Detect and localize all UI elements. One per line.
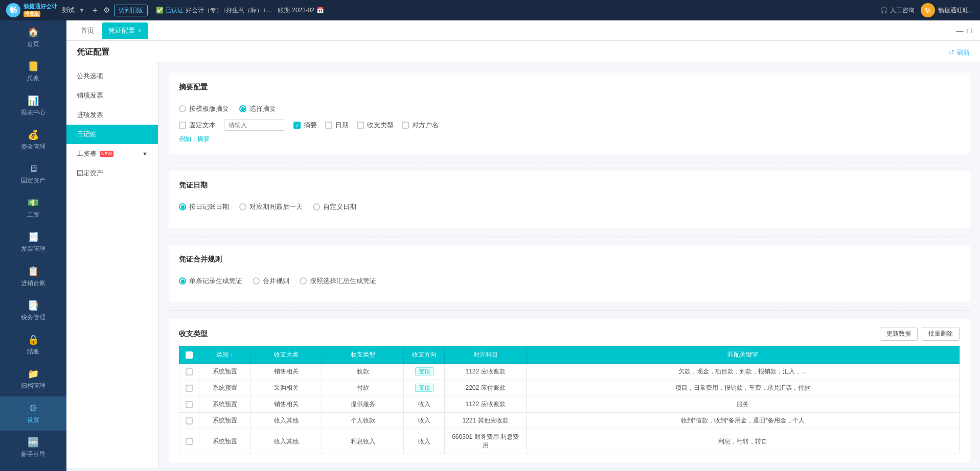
tab-voucher-config[interactable]: 凭证配置 × — [102, 22, 148, 39]
invoice-icon: 🧾 — [28, 231, 39, 243]
page-title: 凭证配置 — [77, 47, 109, 58]
add-button[interactable]: ＋ — [91, 5, 99, 16]
radio-select[interactable]: 选择摘要 — [239, 104, 276, 113]
tab-close-icon[interactable]: × — [138, 27, 142, 34]
radio-template-circle — [179, 105, 186, 112]
batch-delete-button[interactable]: 批量删除 — [922, 327, 960, 341]
row-keywords-1: 欠款，现金，项目款，到款，报销款，汇入，… — [527, 364, 960, 380]
radio-custom-date[interactable]: 自定义日期 — [313, 202, 356, 211]
direction-tag-2[interactable]: 置顶 — [415, 384, 434, 392]
sidebar-item-purchase[interactable]: 📋 进销台账 — [0, 260, 66, 294]
tab-maximize-button[interactable]: □ — [968, 27, 972, 35]
checkbox-fixed-text[interactable]: 固定文本 — [179, 121, 216, 130]
checkbox-fixed-text-box — [179, 122, 186, 129]
row-direction-1: 置顶 — [404, 364, 445, 380]
content-area: 公共选项 销项发票 进项发票 日记账 工资表 NEW ▼ 固定资产 — [66, 62, 980, 468]
tab-minimize-button[interactable]: — — [956, 27, 964, 35]
left-menu-purchase-invoice[interactable]: 进项发票 — [66, 105, 158, 125]
sidebar-item-report[interactable]: 📊 报表中心 — [0, 89, 66, 123]
sidebar-item-asset[interactable]: 🖥 固定资产 — [0, 157, 66, 191]
radio-single[interactable]: 单条记录生成凭证 — [179, 276, 242, 286]
left-menu-diary[interactable]: 日记账 — [66, 125, 158, 144]
row-check-2[interactable] — [179, 380, 199, 396]
checkbox-party[interactable]: 对方户名 — [402, 121, 439, 130]
row-checkbox-2[interactable] — [186, 385, 193, 392]
sidebar-item-salary[interactable]: 💵 工资 — [0, 191, 66, 225]
sidebar-item-close[interactable]: 🔒 结账 — [0, 328, 66, 362]
report-icon: 📊 — [28, 95, 39, 106]
radio-select-total[interactable]: 按照选择汇总生成凭证 — [300, 276, 376, 286]
row-category-2: 系统预置 — [199, 380, 250, 396]
row-checkbox-3[interactable] — [186, 401, 193, 408]
settings-sidebar-icon: ⚙ — [29, 403, 37, 414]
row-type-5: 利息收入 — [322, 429, 404, 454]
radio-custom-date-label: 自定义日期 — [323, 202, 356, 211]
version-switch-button[interactable]: 切到旧版 — [114, 5, 148, 16]
user-menu[interactable]: 畅 畅捷通旺旺... — [921, 3, 974, 17]
refresh-button[interactable]: ↺ 刷新 — [949, 48, 970, 57]
left-menu-fixed-asset[interactable]: 固定资产 — [66, 163, 158, 183]
row-check-4[interactable] — [179, 413, 199, 429]
sidebar-item-archive[interactable]: 📁 归档管理 — [0, 362, 66, 396]
row-direction-4: 收入 — [404, 413, 445, 429]
sidebar-item-settings[interactable]: ⚙ 设置 — [0, 396, 66, 431]
checkbox-type[interactable]: 收支类型 — [357, 121, 394, 130]
guide-icon: 🆕 — [28, 437, 39, 448]
radio-template-label: 按模板版摘要 — [189, 104, 229, 113]
row-checkbox-1[interactable] — [186, 368, 193, 375]
left-menu-sales[interactable]: 销项发票 — [66, 86, 158, 105]
checkbox-type-label: 收支类型 — [367, 121, 394, 130]
table-row: 系统预置 采购相关 付款 置顶 2202 应付账款 项目，日常费用，报销款，车费… — [179, 380, 960, 396]
table-row: 系统预置 销售相关 收款 置顶 1122 应收账款 欠款，现金，项目款，到款，报… — [179, 364, 960, 380]
sidebar-item-ledger[interactable]: 📒 总账 — [0, 55, 66, 89]
row-check-1[interactable] — [179, 364, 199, 380]
row-checkbox-4[interactable] — [186, 417, 193, 425]
left-menu-payroll[interactable]: 工资表 NEW ▼ — [66, 144, 158, 163]
checkbox-summary[interactable]: ✓ 摘要 — [293, 121, 317, 130]
radio-custom-date-circle — [313, 203, 320, 210]
row-check-5[interactable] — [179, 429, 199, 454]
update-data-button[interactable]: 更新数据 — [880, 327, 918, 341]
voucher-date-title: 凭证日期 — [179, 181, 960, 194]
status-tags: ✅ 已认证 好会计（专）+好生意（标）+… 账期 2023-02 📅 — [156, 6, 324, 15]
row-check-3[interactable] — [179, 396, 199, 413]
checkbox-date-label: 日期 — [335, 121, 349, 130]
radio-merge-rule[interactable]: 合并规则 — [253, 276, 289, 286]
new-badge: NEW — [100, 151, 113, 157]
radio-period-last[interactable]: 对应期间最后一天 — [239, 202, 303, 211]
radio-diary-date[interactable]: 按日记账日期 — [179, 202, 229, 211]
row-checkbox-5[interactable] — [186, 438, 193, 445]
radio-select-circle — [239, 105, 246, 112]
settings-icon[interactable]: ⚙ — [103, 6, 110, 15]
sidebar-item-guide[interactable]: 🆕 新手引导 — [0, 431, 66, 465]
sidebar-item-fund[interactable]: 💰 资金管理 — [0, 123, 66, 157]
sidebar-item-invoice[interactable]: 🧾 发票管理 — [0, 225, 66, 260]
select-all-checkbox[interactable] — [186, 351, 193, 359]
left-menu-public[interactable]: 公共选项 — [66, 66, 158, 86]
help-button[interactable]: 🎧 人工咨询 — [880, 6, 915, 15]
row-direction-3: 收入 — [404, 396, 445, 413]
sidebar-label-invoice: 发票管理 — [21, 245, 45, 253]
left-menu-diary-label: 日记账 — [77, 130, 97, 139]
table-body: 系统预置 销售相关 收款 置顶 1122 应收账款 欠款，现金，项目款，到款，报… — [179, 364, 960, 454]
tab-home[interactable]: 首页 — [75, 22, 100, 39]
fixed-text-input[interactable] — [224, 120, 285, 131]
sidebar-item-home[interactable]: 🏠 首页 — [0, 20, 66, 55]
sidebar-label-archive: 归档管理 — [21, 382, 45, 390]
sidebar-item-member[interactable]: ⭐ 畅会员 — [0, 465, 66, 471]
sidebar-item-tax[interactable]: 📑 税务管理 — [0, 294, 66, 328]
tab-controls: — □ — [956, 27, 972, 35]
row-account-1: 1122 应收账款 — [445, 364, 527, 380]
section-divider-3 — [169, 310, 970, 311]
radio-template[interactable]: 按模板版摘要 — [179, 104, 229, 113]
verified-tag: ✅ 已认证 — [156, 6, 184, 15]
left-menu-purchase-invoice-label: 进项发票 — [77, 110, 103, 120]
checkbox-date[interactable]: 日期 — [325, 121, 349, 130]
direction-tag-1[interactable]: 置顶 — [415, 367, 434, 375]
radio-period-last-label: 对应期间最后一天 — [249, 202, 303, 211]
company-dropdown-arrow[interactable]: ▼ — [79, 7, 85, 14]
radio-select-total-circle — [300, 277, 307, 285]
row-account-5: 660301 财务费用 利息费用 — [445, 429, 527, 454]
row-keywords-2: 项目，日常费用，报销款，车费，承兑汇票，付款 — [527, 380, 960, 396]
fund-icon: 💰 — [28, 129, 39, 140]
